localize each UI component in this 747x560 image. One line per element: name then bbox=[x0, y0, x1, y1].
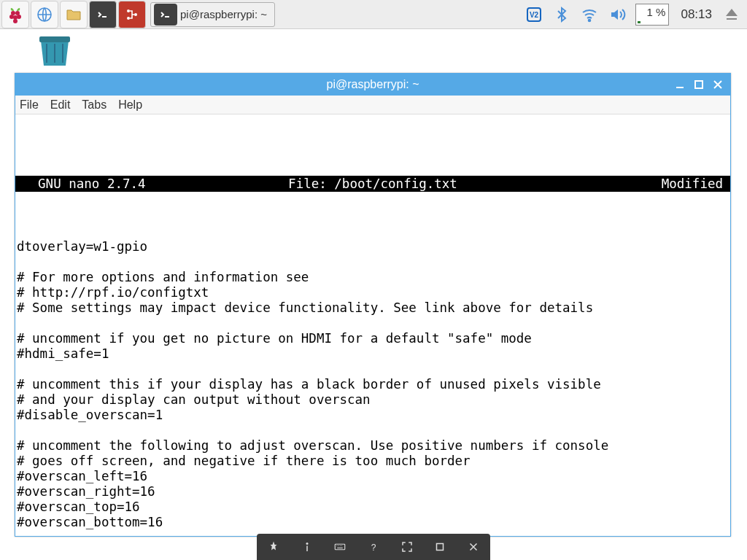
wifi-icon[interactable] bbox=[576, 1, 603, 28]
vnc-settings-icon[interactable] bbox=[427, 534, 453, 560]
svg-point-5 bbox=[13, 19, 18, 23]
taskbar: pi@raspberrypi: ~ V2 1 % 08:13 bbox=[0, 0, 747, 29]
taskbar-window-label: pi@raspberrypi: ~ bbox=[180, 8, 267, 20]
svg-rect-7 bbox=[96, 9, 110, 20]
svg-point-8 bbox=[127, 9, 130, 12]
launcher-area: pi@raspberrypi: ~ bbox=[0, 0, 275, 28]
svg-text:?: ? bbox=[371, 542, 376, 553]
svg-point-14 bbox=[589, 20, 591, 22]
nano-line bbox=[17, 362, 729, 377]
nano-line: #overscan_left=16 bbox=[17, 469, 729, 484]
nano-line: #overscan_bottom=16 bbox=[17, 515, 729, 530]
svg-rect-19 bbox=[336, 544, 346, 550]
window-titlebar[interactable]: pi@raspberrypi: ~ bbox=[15, 74, 730, 96]
nano-line: # uncomment if you get no picture on HDM… bbox=[17, 331, 729, 346]
raspberry-menu-icon[interactable] bbox=[1, 1, 29, 28]
nano-line: # and your display can output without ov… bbox=[17, 392, 729, 408]
svg-point-2 bbox=[9, 15, 14, 19]
svg-rect-11 bbox=[158, 9, 173, 20]
nano-filename: File: /boot/config.txt bbox=[288, 176, 457, 192]
nano-line bbox=[17, 254, 729, 270]
vnc-pin-icon[interactable] bbox=[260, 534, 287, 560]
nano-line: #hdmi_safe=1 bbox=[17, 346, 729, 362]
taskbar-window-button[interactable]: pi@raspberrypi: ~ bbox=[150, 2, 275, 27]
svg-text:V2: V2 bbox=[530, 11, 539, 19]
nano-line: # goes off screen, and negative if there… bbox=[17, 454, 729, 469]
nano-line bbox=[17, 316, 729, 331]
nano-line: # Some settings may impact device functi… bbox=[17, 300, 729, 316]
close-button[interactable] bbox=[710, 77, 726, 93]
vnc-toolbar: ? bbox=[257, 534, 490, 560]
window-menubar: File Edit Tabs Help bbox=[15, 96, 730, 114]
nano-body[interactable]: dtoverlay=w1-gpio # For more options and… bbox=[15, 222, 730, 530]
nano-header: GNU nano 2.7.4 File: /boot/config.txt Mo… bbox=[15, 176, 730, 192]
system-tray: V2 1 % 08:13 bbox=[520, 0, 744, 29]
nano-version: GNU nano 2.7.4 bbox=[15, 176, 146, 192]
nano-line: # uncomment the following to adjust over… bbox=[17, 438, 729, 454]
nano-modified-flag: Modified bbox=[662, 176, 730, 192]
node-red-icon[interactable] bbox=[118, 1, 146, 28]
volume-icon[interactable] bbox=[603, 1, 631, 28]
nano-line bbox=[17, 224, 729, 239]
trash-icon[interactable] bbox=[34, 32, 76, 67]
vnc-info-icon[interactable] bbox=[294, 534, 320, 560]
menu-edit[interactable]: Edit bbox=[50, 98, 71, 112]
svg-point-17 bbox=[306, 542, 308, 545]
file-manager-icon[interactable] bbox=[60, 1, 88, 28]
nano-editor: GNU nano 2.7.4 File: /boot/config.txt Mo… bbox=[15, 145, 730, 536]
svg-point-9 bbox=[127, 17, 130, 20]
nano-line: dtoverlay=w1-gpio bbox=[17, 239, 729, 254]
terminal-icon bbox=[154, 4, 177, 26]
terminal-window: pi@raspberrypi: ~ File Edit Tabs Help GN… bbox=[15, 73, 731, 537]
vnc-fullscreen-icon[interactable] bbox=[394, 534, 420, 560]
terminal-launcher-icon[interactable] bbox=[89, 1, 117, 28]
nano-line: #overscan_top=16 bbox=[17, 499, 729, 515]
cpu-bar-icon bbox=[638, 21, 640, 23]
terminal-content[interactable]: GNU nano 2.7.4 File: /boot/config.txt Mo… bbox=[15, 114, 730, 536]
svg-rect-18 bbox=[306, 546, 308, 552]
nano-line: # http://rpf.io/configtxt bbox=[17, 285, 729, 300]
svg-point-10 bbox=[134, 13, 137, 16]
svg-rect-15 bbox=[39, 36, 70, 42]
nano-line: #overscan_right=16 bbox=[17, 484, 729, 499]
vnc-tray-icon[interactable]: V2 bbox=[520, 1, 548, 28]
clock[interactable]: 08:13 bbox=[673, 7, 719, 22]
minimize-button[interactable] bbox=[672, 77, 688, 93]
nano-line: #disable_overscan=1 bbox=[17, 408, 729, 423]
nano-line: # uncomment this if your display has a b… bbox=[17, 377, 729, 392]
svg-point-4 bbox=[17, 15, 21, 19]
window-title: pi@raspberrypi: ~ bbox=[327, 78, 419, 91]
svg-rect-16 bbox=[695, 81, 703, 88]
menu-help[interactable]: Help bbox=[118, 98, 142, 112]
nano-line: # For more options and information see bbox=[17, 270, 729, 285]
vnc-close-icon[interactable] bbox=[460, 534, 487, 560]
menu-file[interactable]: File bbox=[20, 98, 39, 112]
window-controls bbox=[669, 74, 726, 96]
menu-tabs[interactable]: Tabs bbox=[82, 98, 107, 112]
svg-rect-21 bbox=[437, 544, 444, 551]
desktop[interactable]: microdigisoft.com pi@raspberrypi: ~ File… bbox=[0, 29, 747, 560]
cpu-percent-label: 1 % bbox=[647, 6, 666, 18]
vnc-help-icon[interactable]: ? bbox=[360, 534, 387, 560]
nano-line bbox=[17, 423, 729, 438]
eject-icon[interactable] bbox=[719, 1, 744, 28]
cpu-usage-indicator[interactable]: 1 % bbox=[635, 4, 669, 26]
vnc-keyboard-icon[interactable] bbox=[327, 534, 353, 560]
bluetooth-icon[interactable] bbox=[548, 1, 576, 28]
web-browser-icon[interactable] bbox=[31, 1, 58, 28]
maximize-button[interactable] bbox=[691, 77, 707, 93]
